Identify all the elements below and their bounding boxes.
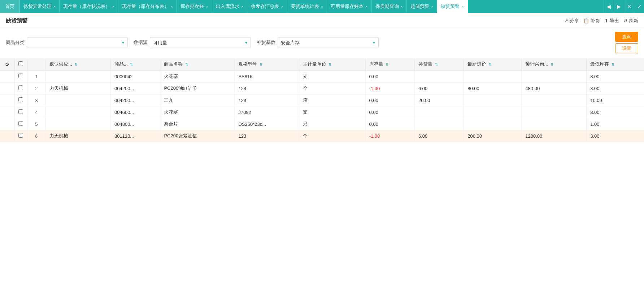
- row-gear-cell: [0, 106, 14, 118]
- col-est-purchase[interactable]: 预计采购... ⇅: [522, 58, 587, 71]
- row-replenish: 6.00: [414, 130, 464, 142]
- row-no: 3: [27, 94, 46, 106]
- share-button[interactable]: ↗ 分享: [564, 18, 579, 24]
- row-spec: 123: [235, 94, 299, 106]
- row-checkbox[interactable]: [18, 97, 23, 102]
- col-gear[interactable]: ⚙: [0, 58, 14, 71]
- close-icon[interactable]: ×: [365, 4, 367, 9]
- settings-button[interactable]: 设置: [615, 43, 638, 53]
- row-latest-price: [464, 94, 522, 106]
- tab-prev-button[interactable]: ◀: [604, 0, 614, 13]
- col-name[interactable]: 商品名称 ⇅: [160, 58, 235, 71]
- close-icon[interactable]: ×: [401, 4, 403, 9]
- refresh-button[interactable]: ↺ 刷新: [623, 18, 638, 24]
- close-icon[interactable]: ×: [206, 4, 208, 9]
- close-icon[interactable]: ×: [281, 4, 283, 9]
- tab-order-stats[interactable]: 要货单统计表 ×: [287, 0, 327, 13]
- row-stock: -1.00: [365, 83, 414, 94]
- row-checkbox[interactable]: [18, 74, 23, 78]
- table-row: 5 004800... 离合片 DS250*23c... 只 0.00 1.00: [0, 118, 644, 130]
- col-unit[interactable]: 主计量单位 ⇅: [299, 58, 365, 71]
- row-gear-cell: [0, 83, 14, 94]
- datasource-select-wrapper: 可用量: [150, 37, 251, 48]
- row-unit: 箱: [299, 94, 365, 106]
- replenish-base-select[interactable]: 安全库存: [278, 37, 379, 48]
- row-est-purchase: [522, 94, 587, 106]
- row-checkbox-cell: [14, 130, 27, 142]
- main-content: 缺货预警 ↗ 分享 📋 补货 ⬆ 导出 ↺ 刷新 商品分类: [0, 13, 644, 287]
- row-code: 004200...: [110, 94, 160, 106]
- col-latest-price[interactable]: 最新进价 ⇅: [464, 58, 522, 71]
- row-stock: 0.00: [365, 118, 414, 130]
- row-checkbox[interactable]: [18, 109, 23, 114]
- tab-expand-button[interactable]: ⤢: [634, 0, 644, 13]
- row-latest-price: [464, 118, 522, 130]
- select-all-checkbox[interactable]: [18, 61, 23, 66]
- col-min-stock[interactable]: 最低库存 ⇅: [587, 58, 644, 71]
- close-icon[interactable]: ×: [241, 4, 243, 9]
- close-icon[interactable]: ×: [112, 4, 114, 9]
- tab-overstock[interactable]: 超储预警 ×: [407, 0, 437, 13]
- row-checkbox-cell: [14, 106, 27, 118]
- col-replenish[interactable]: 补货量 ⇅: [414, 58, 464, 71]
- export-button[interactable]: ⬆ 导出: [604, 18, 619, 24]
- row-supplier: 力天机械: [46, 130, 111, 142]
- row-gear-cell: [0, 118, 14, 130]
- row-min-stock: 8.00: [587, 71, 644, 83]
- tab-inventory-dist[interactable]: 现存量（库存分布表） ×: [118, 0, 177, 13]
- tab-next-button[interactable]: ▶: [614, 0, 624, 13]
- row-spec: 123: [235, 83, 299, 94]
- sort-icon: ⇅: [435, 62, 438, 66]
- tab-home[interactable]: 首页: [0, 0, 20, 13]
- row-checkbox[interactable]: [18, 121, 23, 126]
- tab-bar: 首页 拣货异常处理 × 现存量（库存状况表） × 现存量（库存分布表） × 库存…: [0, 0, 644, 13]
- category-filter-group: 商品分类: [6, 37, 128, 48]
- row-latest-price: 80.00: [464, 83, 522, 94]
- tab-expiry-query[interactable]: 保质期查询 ×: [372, 0, 407, 13]
- row-no: 2: [27, 83, 46, 94]
- row-code: 0000042: [110, 71, 160, 83]
- gear-icon: ⚙: [5, 62, 9, 67]
- col-supplier[interactable]: 默认供应... ⇅: [46, 58, 111, 71]
- tab-receive-summary[interactable]: 收发存汇总表 ×: [247, 0, 287, 13]
- tab-inventory-status[interactable]: 现存量（库存状况表） ×: [60, 0, 118, 13]
- datasource-filter-group: 数据源 可用量: [134, 37, 251, 48]
- row-name: PC200张紧油缸: [160, 130, 235, 142]
- row-name: 三九: [160, 94, 235, 106]
- col-stock[interactable]: 库存量 ⇅: [365, 58, 414, 71]
- row-est-purchase: [522, 118, 587, 130]
- row-replenish: [414, 118, 464, 130]
- row-min-stock: 1.00: [587, 118, 644, 130]
- share-icon: ↗: [564, 18, 568, 23]
- datasource-select[interactable]: 可用量: [150, 37, 251, 48]
- query-button[interactable]: 查询: [615, 32, 638, 42]
- tab-shortage[interactable]: 缺货预警 ×: [437, 0, 467, 13]
- col-code[interactable]: 商品... ⇅: [110, 58, 160, 71]
- row-checkbox[interactable]: [18, 133, 23, 138]
- row-est-purchase: [522, 71, 587, 83]
- datasource-label: 数据源: [134, 39, 148, 46]
- row-checkbox-cell: [14, 71, 27, 83]
- close-icon[interactable]: ×: [461, 4, 464, 9]
- tab-batch-account[interactable]: 库存批次账 ×: [177, 0, 212, 13]
- tab-inout-flow[interactable]: 出入库流水 ×: [212, 0, 247, 13]
- filter-row: 商品分类 数据源 可用量 补货基数 安全库存 查询: [0, 27, 644, 58]
- row-code: 004600...: [110, 106, 160, 118]
- row-replenish: 20.00: [414, 94, 464, 106]
- category-select[interactable]: [27, 37, 128, 48]
- close-icon[interactable]: ×: [171, 4, 173, 9]
- close-icon[interactable]: ×: [321, 4, 323, 9]
- replenish-button[interactable]: 📋 补货: [583, 18, 600, 24]
- row-no: 4: [27, 106, 46, 118]
- row-stock: 0.00: [365, 106, 414, 118]
- tab-available-ledger[interactable]: 可用量库存账本 ×: [327, 0, 371, 13]
- row-checkbox[interactable]: [18, 85, 23, 90]
- close-icon[interactable]: ×: [431, 4, 433, 9]
- col-spec[interactable]: 规格型号 ⇅: [235, 58, 299, 71]
- tab-exception[interactable]: 拣货异常处理 ×: [20, 0, 60, 13]
- close-icon[interactable]: ×: [53, 4, 56, 9]
- tab-close-button[interactable]: ✕: [624, 0, 634, 13]
- row-no: 5: [27, 118, 46, 130]
- replenish-base-label: 补货基数: [257, 39, 275, 46]
- tab-nav-buttons: ◀ ▶ ✕ ⤢: [604, 0, 644, 13]
